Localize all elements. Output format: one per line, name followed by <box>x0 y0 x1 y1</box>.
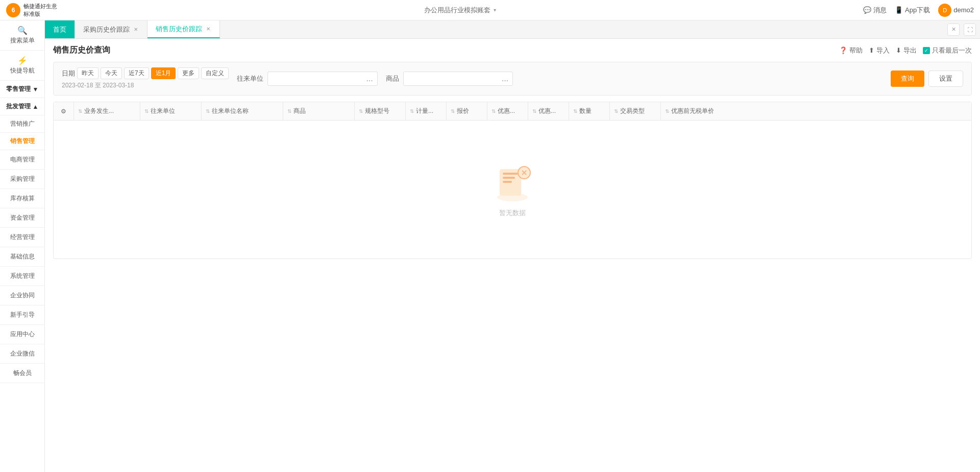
checkbox-checked-icon: ✓ <box>923 47 930 54</box>
logo-area: 6 畅捷通好生意 标准版 <box>6 3 57 17</box>
sidebar-item-label: 快捷导航 <box>10 66 35 75</box>
goods-filter-group: 商品 ... <box>386 72 513 86</box>
sidebar-item-enterprise[interactable]: 企业协同 <box>0 286 44 305</box>
settings-button[interactable]: 设置 <box>928 70 963 87</box>
sidebar-item-label: 库存核算 <box>10 194 35 203</box>
sidebar-item-apps[interactable]: 应用中心 <box>0 325 44 344</box>
th-price-sort-icon[interactable]: ⇅ <box>451 108 455 114</box>
sidebar-item-label: 资金管理 <box>10 214 35 222</box>
sidebar-item-search-menu[interactable]: 🔍 搜索菜单 <box>0 20 44 51</box>
top-bar-left: 6 畅捷通好生意 标准版 <box>6 3 57 17</box>
app-title-area[interactable]: 办公用品行业模拟账套 ▾ <box>424 6 496 15</box>
app-download-icon: 📱 <box>895 6 903 14</box>
tab-home-label: 首页 <box>53 25 66 34</box>
export-button[interactable]: ⬇ 导出 <box>896 46 917 55</box>
date-btn-custom[interactable]: 自定义 <box>201 67 229 79</box>
th-gear[interactable]: ⚙ <box>54 102 74 120</box>
gear-icon[interactable]: ⚙ <box>61 108 66 115</box>
date-btn-yesterday[interactable]: 昨天 <box>77 67 99 79</box>
tab-bar-right: ✕ ⛶ <box>947 23 980 36</box>
goods-input-wrapper[interactable]: ... <box>403 72 513 86</box>
message-button[interactable]: 💬 消息 <box>863 6 887 15</box>
th-qty-sort-icon[interactable]: ⇅ <box>573 108 577 114</box>
th-goods-sort-icon[interactable]: ⇅ <box>287 108 291 114</box>
tab-sales-history-label: 销售历史价跟踪 <box>156 25 202 34</box>
goods-input[interactable] <box>404 73 498 85</box>
date-btn-7days[interactable]: 近7天 <box>124 67 149 79</box>
sidebar-item-wechat[interactable]: 企业微信 <box>0 344 44 364</box>
sidebar-item-retail[interactable]: 零售管理 ▼ <box>0 81 44 98</box>
sidebar-item-shortcut[interactable]: ⚡ 快捷导航 <box>0 51 44 81</box>
import-button[interactable]: ⬆ 导入 <box>869 46 890 55</box>
tab-purchase-history[interactable]: 采购历史价跟踪 ✕ <box>75 20 148 38</box>
tab-close-all-button[interactable]: ✕ <box>947 23 960 36</box>
chevron-up-icon: ▲ <box>33 103 39 110</box>
tab-fullscreen-button[interactable]: ⛶ <box>964 23 976 36</box>
filter-bar: 日期 昨天 今天 近7天 近1月 更多 自定义 2023-02-18 至 202… <box>53 62 972 96</box>
sidebar-item-label: 营销推广 <box>10 120 35 127</box>
sidebar-item-inventory[interactable]: 库存核算 <box>0 189 44 208</box>
date-btn-1month[interactable]: 近1月 <box>151 67 176 79</box>
filter-actions: 查询 设置 <box>891 70 963 87</box>
svg-rect-2 <box>503 173 518 175</box>
sidebar-item-marketing[interactable]: 营销推广 <box>0 115 44 133</box>
sidebar-item-finance[interactable]: 资金管理 <box>0 208 44 228</box>
th-qty: ⇅ 数量 <box>569 102 610 120</box>
date-btn-more[interactable]: 更多 <box>178 67 199 79</box>
search-icon: 🔍 <box>17 26 28 35</box>
empty-state: 暂无数据 <box>54 121 971 258</box>
sidebar-item-wholesale[interactable]: 批发管理 ▲ <box>0 98 44 115</box>
goods-input-dots[interactable]: ... <box>498 72 512 85</box>
th-unit: ⇅ 计量... <box>406 102 447 120</box>
sidebar-item-system[interactable]: 系统管理 <box>0 267 44 286</box>
th-trade-type-sort-icon[interactable]: ⇅ <box>614 108 618 114</box>
tab-purchase-history-label: 采购历史价跟踪 <box>83 25 130 34</box>
th-partner-name-sort-icon[interactable]: ⇅ <box>206 108 210 114</box>
th-discount2-sort-icon[interactable]: ⇅ <box>532 108 536 114</box>
help-icon: ❓ <box>839 46 847 54</box>
tab-purchase-history-close[interactable]: ✕ <box>133 26 139 33</box>
th-spec-sort-icon[interactable]: ⇅ <box>359 108 363 114</box>
sidebar-item-member[interactable]: 畅会员 <box>0 364 44 383</box>
sidebar-item-purchase[interactable]: 采购管理 <box>0 170 44 189</box>
sidebar-item-basic-info[interactable]: 基础信息 <box>0 247 44 267</box>
user-avatar: D <box>938 4 951 17</box>
top-bar: 6 畅捷通好生意 标准版 办公用品行业模拟账套 ▾ 💬 消息 📱 App下载 D… <box>0 0 980 20</box>
th-unit-sort-icon[interactable]: ⇅ <box>410 108 414 114</box>
th-partner-sort-icon[interactable]: ⇅ <box>144 108 149 114</box>
tab-bar: 首页 采购历史价跟踪 ✕ 销售历史价跟踪 ✕ ✕ ⛶ <box>45 20 980 39</box>
th-discount1-sort-icon[interactable]: ⇅ <box>492 108 496 114</box>
user-profile-button[interactable]: D demo2 <box>938 4 974 17</box>
th-trade-type: ⇅ 交易类型 <box>610 102 661 120</box>
partner-input[interactable] <box>268 73 362 85</box>
sidebar-item-ecommerce[interactable]: 电商管理 <box>0 150 44 170</box>
query-button[interactable]: 查询 <box>891 70 924 87</box>
svg-rect-3 <box>503 177 515 179</box>
th-notax-price-sort-icon[interactable]: ⇅ <box>665 108 669 114</box>
sidebar-item-label: 批发管理 <box>6 102 31 111</box>
only-last-checkbox-label[interactable]: ✓ 只看最后一次 <box>923 46 972 55</box>
app-dropdown-icon[interactable]: ▾ <box>494 7 496 13</box>
tab-sales-history-close[interactable]: ✕ <box>205 25 211 33</box>
th-biz-date: ⇅ 业务发生... <box>74 102 140 120</box>
th-partner-name: ⇅ 往来单位名称 <box>202 102 283 120</box>
sidebar-item-sales-mgmt[interactable]: 销售管理 <box>0 133 44 150</box>
app-download-button[interactable]: 📱 App下载 <box>895 6 930 15</box>
tab-sales-history[interactable]: 销售历史价跟踪 ✕ <box>148 20 220 38</box>
date-btn-today[interactable]: 今天 <box>101 67 122 79</box>
date-label: 日期 <box>62 69 75 78</box>
date-range-text: 2023-02-18 至 2023-03-18 <box>62 81 229 90</box>
help-button[interactable]: ❓ 帮助 <box>839 46 863 55</box>
tab-home[interactable]: 首页 <box>45 20 75 38</box>
sidebar-item-newbie[interactable]: 新手引导 <box>0 305 44 325</box>
th-goods: ⇅ 商品 <box>283 102 355 120</box>
th-biz-date-sort-icon[interactable]: ⇅ <box>78 108 82 114</box>
app-title: 办公用品行业模拟账套 <box>424 6 491 15</box>
partner-input-dots[interactable]: ... <box>362 72 377 85</box>
sidebar-item-label: 畅会员 <box>13 369 32 377</box>
sidebar-item-operation[interactable]: 经营管理 <box>0 228 44 247</box>
partner-filter-group: 往来单位 ... <box>237 72 377 86</box>
partner-input-wrapper[interactable]: ... <box>267 72 377 86</box>
sidebar-item-label: 搜索菜单 <box>10 36 35 45</box>
import-icon: ⬆ <box>869 46 874 54</box>
